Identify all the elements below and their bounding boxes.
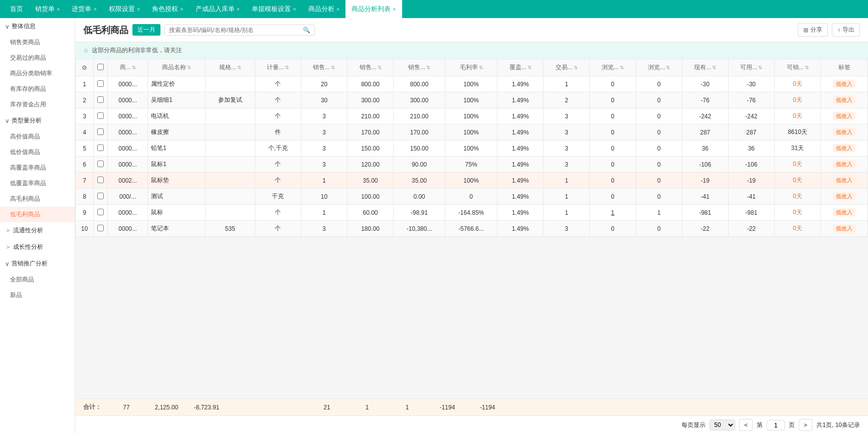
sidebar-item-in-stock[interactable]: 有库存的商品 bbox=[0, 81, 75, 97]
nav-product-analysis-list[interactable]: 商品分析列表× bbox=[345, 0, 402, 18]
row-checkbox[interactable] bbox=[94, 108, 108, 124]
row-trade-count: 1 bbox=[544, 173, 590, 189]
row-sales-price: 300.00 bbox=[347, 92, 393, 108]
row-view1: 0 bbox=[590, 124, 636, 140]
select-all-checkbox[interactable] bbox=[97, 64, 104, 70]
col-trade-count-header: 交易...⇅ bbox=[544, 59, 590, 76]
nav-template-settings[interactable]: 单据模板设置× bbox=[246, 0, 302, 18]
close-icon[interactable]: × bbox=[393, 6, 396, 12]
sidebar-section-marketing-analysis[interactable]: ∨ 营销推广分析 bbox=[0, 255, 75, 272]
sidebar-item-new-goods[interactable]: 新品 bbox=[0, 287, 75, 303]
row-spec: 参加复试 bbox=[206, 92, 255, 108]
sidebar-item-stock-capital[interactable]: 库存资金占用 bbox=[0, 97, 75, 112]
close-icon[interactable]: × bbox=[137, 6, 140, 12]
row-sales-price: 120.00 bbox=[347, 157, 393, 173]
close-icon[interactable]: × bbox=[93, 6, 96, 12]
row-checkbox[interactable] bbox=[94, 157, 108, 173]
nav-purchase-order[interactable]: 进货单× bbox=[66, 0, 102, 18]
row-checkbox[interactable] bbox=[94, 189, 108, 205]
sidebar-item-low-value[interactable]: 低价值商品 bbox=[0, 144, 75, 160]
page-label: 第 bbox=[757, 421, 763, 429]
row-view2: 0 bbox=[636, 124, 682, 140]
row-code: 0000... bbox=[108, 205, 148, 221]
close-icon[interactable]: × bbox=[336, 6, 339, 12]
nav-sales-order[interactable]: 销货单× bbox=[29, 0, 66, 18]
footer-view2: 1 bbox=[392, 404, 422, 411]
export-button[interactable]: ↑ 导出 bbox=[832, 23, 860, 37]
close-icon[interactable]: × bbox=[57, 6, 60, 12]
row-checkbox[interactable] bbox=[94, 205, 108, 221]
row-view2: 0 bbox=[636, 140, 682, 157]
sidebar-item-high-value[interactable]: 高价值商品 bbox=[0, 129, 75, 144]
sidebar-section-flow-analysis[interactable]: ＞ 流通性分析 bbox=[0, 222, 75, 239]
row-sales-profit: 35.00 bbox=[394, 173, 445, 189]
sidebar-item-all-goods[interactable]: 全部商品 bbox=[0, 272, 75, 287]
sidebar-item-low-gross[interactable]: 低毛利商品 bbox=[0, 207, 75, 222]
sidebar-item-category-rate[interactable]: 商品分类助销率 bbox=[0, 66, 75, 81]
row-gross-rate: 100% bbox=[445, 124, 497, 140]
search-icon[interactable]: 🔍 bbox=[303, 27, 310, 34]
footer-current-stock: -1194 bbox=[432, 404, 462, 411]
row-view1: 0 bbox=[590, 92, 636, 108]
row-unit: 个 bbox=[255, 173, 301, 189]
close-icon[interactable]: × bbox=[237, 6, 240, 12]
per-page-select[interactable]: 50 100 200 bbox=[710, 419, 735, 430]
row-current-stock: -242 bbox=[682, 108, 728, 124]
row-saleable-days: 0天 bbox=[774, 205, 820, 221]
info-icon: ☆ bbox=[83, 47, 89, 54]
row-spec bbox=[206, 108, 255, 124]
close-icon[interactable]: × bbox=[293, 6, 296, 12]
notice-bar: ☆ 这部分商品的利润非常低，请关注 bbox=[75, 42, 868, 59]
row-cover-rate: 1.49% bbox=[497, 189, 544, 205]
close-icon[interactable]: × bbox=[180, 6, 183, 12]
row-checkbox[interactable] bbox=[94, 124, 108, 140]
sidebar-item-traded-goods[interactable]: 交易过的商品 bbox=[0, 50, 75, 66]
footer-view1: 1 bbox=[352, 404, 382, 411]
next-page-button[interactable]: ＞ bbox=[799, 419, 812, 431]
col-available-stock-header: 可用...⇅ bbox=[728, 59, 774, 76]
search-box[interactable]: 🔍 bbox=[164, 25, 315, 36]
nav-permissions[interactable]: 权限设置× bbox=[103, 0, 146, 18]
row-checkbox[interactable] bbox=[94, 140, 108, 157]
row-gross-rate: 100% bbox=[445, 76, 497, 92]
search-input[interactable] bbox=[169, 27, 303, 34]
nav-home[interactable]: 首页 bbox=[4, 0, 29, 18]
sidebar-item-high-coverage[interactable]: 高覆盖率商品 bbox=[0, 160, 75, 176]
row-trade-count: 1 bbox=[544, 76, 590, 92]
row-name: 测试 bbox=[148, 189, 206, 205]
sidebar-section-growth-analysis[interactable]: ＞ 成长性分析 bbox=[0, 239, 75, 255]
row-name: 鼠标1 bbox=[148, 157, 206, 173]
sidebar-section-overall[interactable]: ∨ 整体信息 bbox=[0, 18, 75, 35]
row-spec: 535 bbox=[206, 221, 255, 237]
table-row: 1 0000... 属性定价 个 20 800.00 800.00 100% 1… bbox=[76, 76, 868, 92]
row-checkbox[interactable] bbox=[94, 173, 108, 189]
sidebar-section-type-analysis[interactable]: ∨ 类型量分析 bbox=[0, 112, 75, 129]
row-code: 0002... bbox=[108, 173, 148, 189]
row-checkbox[interactable] bbox=[94, 92, 108, 108]
row-name: 笔记本 bbox=[148, 221, 206, 237]
share-button[interactable]: ⊞ 分享 bbox=[798, 23, 828, 37]
col-view1-header: 浏览...⇅ bbox=[590, 59, 636, 76]
row-sales-profit: 150.00 bbox=[394, 140, 445, 157]
page-number-input[interactable] bbox=[767, 420, 785, 430]
prev-page-button[interactable]: ＜ bbox=[739, 419, 753, 431]
row-name: 鼠标垫 bbox=[148, 173, 206, 189]
row-view1[interactable]: 1 bbox=[590, 205, 636, 221]
col-tag-header: 标签 bbox=[821, 59, 868, 76]
col-saleable-days-header: 可销...⇅ bbox=[774, 59, 820, 76]
row-sales-count: 10 bbox=[301, 189, 347, 205]
row-checkbox[interactable] bbox=[94, 76, 108, 92]
sidebar-item-low-coverage[interactable]: 低覆盖率商品 bbox=[0, 176, 75, 191]
nav-product-analysis[interactable]: 商品分析× bbox=[302, 0, 345, 18]
period-button[interactable]: 近一月 bbox=[132, 24, 160, 36]
col-checkbox-header[interactable] bbox=[94, 59, 108, 76]
nav-product-warehouse[interactable]: 产成品入库单× bbox=[190, 0, 246, 18]
row-checkbox[interactable] bbox=[94, 221, 108, 237]
col-settings[interactable]: ⚙ bbox=[76, 59, 94, 76]
col-cover-rate-header: 覆盖...⇅ bbox=[497, 59, 544, 76]
sidebar-item-high-gross[interactable]: 高毛利商品 bbox=[0, 191, 75, 207]
row-no: 6 bbox=[76, 157, 94, 173]
nav-role-auth[interactable]: 角色授权× bbox=[146, 0, 189, 18]
sidebar-item-sales-goods[interactable]: 销售类商品 bbox=[0, 35, 75, 50]
row-view1: 0 bbox=[590, 221, 636, 237]
